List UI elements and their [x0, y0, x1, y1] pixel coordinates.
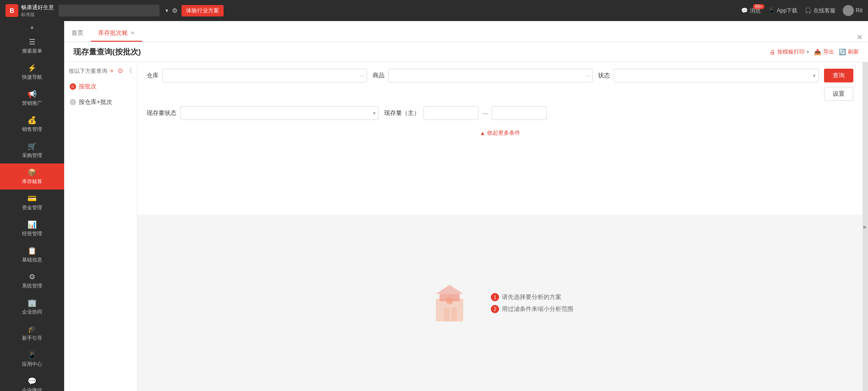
- brand-info: 畅康通好生意 标准版: [21, 4, 54, 18]
- svg-rect-4: [451, 308, 457, 321]
- export-btn[interactable]: 📤 导出: [814, 48, 834, 56]
- filter-panel: 仓库 ··· 商品 ···: [137, 62, 863, 215]
- collapse-scheme-icon[interactable]: 《: [126, 67, 132, 75]
- main-layout: ▲ ☰ 搜索菜单 ⚡ 快捷导航 📢 营销推广 💰 销售管理 🛒 采购管理 📦 库…: [0, 21, 868, 391]
- warehouse-input-wrapper: ···: [162, 69, 367, 82]
- brand-name: 畅康通好生意: [21, 4, 54, 11]
- scheme-dot-batch: ⊙: [70, 83, 76, 90]
- sidebar-item-label: 销售管理: [22, 126, 42, 133]
- svg-rect-3: [444, 308, 450, 321]
- qty-separator: —: [482, 110, 488, 117]
- scroll-up[interactable]: ▲: [0, 21, 64, 33]
- scheme-item-batch-label: 按批次: [79, 82, 97, 91]
- sidebar-item-finance[interactable]: 💳 资金管理: [0, 190, 64, 216]
- tab-home[interactable]: 首页: [64, 25, 91, 42]
- tab-close-icon[interactable]: ✕: [131, 30, 135, 36]
- topbar-center: ▾ ⚙ 体验行业方案: [164, 5, 736, 16]
- sidebar-item-label: 系统管理: [22, 282, 42, 289]
- sidebar-item-marketing[interactable]: 📢 营销推广: [0, 85, 64, 111]
- finance-icon: 💳: [27, 194, 37, 203]
- stock-qty-max-input[interactable]: [492, 106, 547, 120]
- content-area: 首页 库存批次账 ✕ ✕ 现存量查询(按批次) 🖨 按模板打印 ▾ 📤: [64, 21, 868, 391]
- status-select[interactable]: [614, 69, 819, 82]
- content-panel: 按以下方案查询 ＋ ⊙ 《 ⊙ 按批次 ○ 按仓库+批次: [64, 62, 868, 391]
- tab-panel-close-btn[interactable]: ✕: [851, 33, 868, 42]
- collapse-bar[interactable]: ▲ 收起更多条件: [147, 125, 853, 141]
- sidebar-item-app-center[interactable]: 📱 应用中心: [0, 346, 64, 372]
- goods-input[interactable]: [388, 69, 593, 82]
- warehouse-input[interactable]: [162, 69, 367, 82]
- sidebar-item-label: 基础信息: [22, 256, 42, 263]
- sidebar-item-search-menu[interactable]: ☰ 搜索菜单: [0, 33, 64, 59]
- app-icon: 📱: [768, 7, 775, 14]
- right-collapse[interactable]: ▶: [863, 62, 868, 391]
- topbar-dropdown[interactable]: ▾: [164, 7, 168, 14]
- search-menu-icon: ☰: [29, 38, 35, 46]
- empty-illustration: [427, 280, 472, 326]
- query-button[interactable]: 查询: [824, 69, 853, 82]
- gear-icon[interactable]: ⚙: [172, 7, 178, 14]
- service-label: 在线客服: [813, 7, 835, 15]
- warehouse-more-icon[interactable]: ···: [360, 72, 364, 79]
- logo: B 畅康通好生意 标准版: [5, 4, 54, 18]
- search-input[interactable]: [59, 5, 159, 16]
- refresh-label: 刷新: [848, 48, 859, 56]
- goods-filter: 商品 ···: [373, 69, 593, 82]
- brand-sub: 标准版: [21, 11, 54, 18]
- online-service-item[interactable]: 🎧 在线客服: [805, 7, 835, 15]
- scheme-title: 按以下方案查询: [69, 67, 107, 75]
- basic-icon: 📋: [27, 246, 37, 255]
- print-dropdown-icon[interactable]: ▾: [807, 49, 809, 55]
- status-label: 状态: [598, 71, 610, 80]
- tab-inventory-batch[interactable]: 库存批次账 ✕: [91, 25, 142, 42]
- sidebar-item-newbie[interactable]: 🎓 新手引导: [0, 320, 64, 346]
- enterprise-icon: 🏢: [27, 299, 37, 307]
- refresh-btn[interactable]: 🔄 刷新: [839, 48, 859, 56]
- app-download-item[interactable]: 📱 App下载: [768, 7, 797, 15]
- right-panel: 仓库 ··· 商品 ···: [137, 62, 863, 391]
- scheme-item-warehouse-batch[interactable]: ○ 按仓库+批次: [64, 94, 137, 110]
- sidebar-item-wechat[interactable]: 💬 企业微信: [0, 372, 64, 391]
- user-avatar-item[interactable]: Rit: [843, 5, 863, 16]
- right-collapse-icon: ▶: [863, 224, 867, 229]
- sidebar-item-system[interactable]: ⚙ 系统管理: [0, 268, 64, 294]
- goods-input-wrapper: ···: [388, 69, 593, 82]
- system-icon: ⚙: [29, 272, 35, 281]
- sidebar-item-label: 企业协同: [22, 309, 42, 315]
- search-area: [59, 5, 159, 16]
- sidebar-item-quick-nav[interactable]: ⚡ 快捷导航: [0, 59, 64, 85]
- scheme-item-batch[interactable]: ⊙ 按批次: [64, 79, 137, 94]
- tab-inventory-batch-label: 库存批次账: [98, 29, 128, 37]
- export-label: 导出: [823, 48, 834, 56]
- stock-qty-min-input[interactable]: [423, 106, 478, 120]
- sidebar-item-label: 快捷导航: [22, 74, 42, 81]
- settings-button[interactable]: 设置: [824, 87, 853, 101]
- purchase-icon: 🛒: [27, 142, 37, 151]
- hint1-num: 1: [491, 293, 499, 301]
- sidebar-item-sales[interactable]: 💰 销售管理: [0, 111, 64, 137]
- sidebar-item-basic[interactable]: 📋 基础信息: [0, 242, 64, 268]
- sidebar-item-label: 资金管理: [22, 204, 42, 211]
- logo-icon: B: [5, 4, 18, 17]
- export-icon: 📤: [814, 49, 821, 55]
- marketing-icon: 📢: [27, 90, 37, 98]
- empty-hint-1: 1 请先选择要分析的方案: [491, 293, 561, 301]
- warehouse-label: 仓库: [147, 71, 159, 80]
- stock-status-select[interactable]: [180, 106, 379, 120]
- empty-state-container: 1 请先选择要分析的方案 2 用过滤条件来缩小分析范围: [427, 280, 573, 326]
- svg-point-5: [446, 297, 453, 304]
- experience-button[interactable]: 体验行业方案: [181, 5, 224, 16]
- goods-more-icon[interactable]: ···: [585, 72, 590, 79]
- sidebar-item-operation[interactable]: 📊 经营管理: [0, 216, 64, 242]
- sidebar-item-label: 新手引导: [22, 335, 42, 342]
- sales-icon: 💰: [27, 116, 37, 125]
- template-print-btn[interactable]: 🖨 按模板打印 ▾: [769, 48, 809, 56]
- sidebar-item-purchase[interactable]: 🛒 采购管理: [0, 137, 64, 163]
- add-scheme-icon[interactable]: ＋: [109, 67, 115, 75]
- warehouse-filter: 仓库 ···: [147, 69, 367, 82]
- scheme-panel: 按以下方案查询 ＋ ⊙ 《 ⊙ 按批次 ○ 按仓库+批次: [64, 62, 137, 391]
- message-item[interactable]: 💬 消息 99+: [741, 7, 761, 15]
- settings-scheme-icon[interactable]: ⊙: [118, 67, 123, 75]
- sidebar-item-inventory[interactable]: 📦 库存核算: [0, 163, 64, 190]
- sidebar-item-enterprise[interactable]: 🏢 企业协同: [0, 294, 64, 320]
